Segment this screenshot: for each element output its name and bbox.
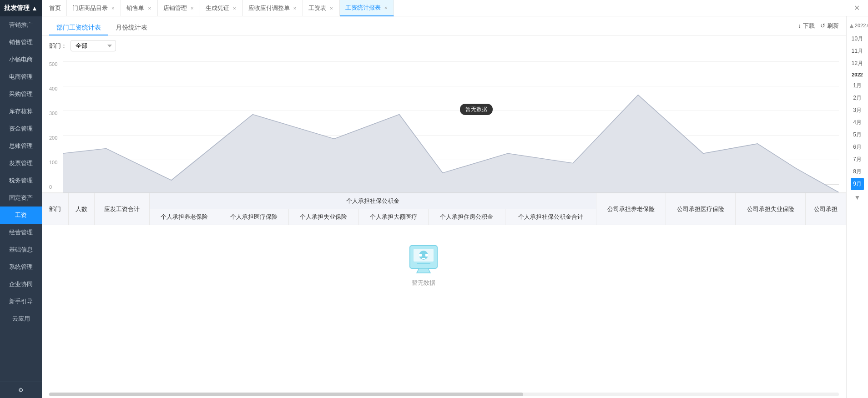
chart-svg bbox=[63, 56, 839, 192]
timeline-panel: ▲ 2022.09 10月11月12月20221月2月3月4月5月6月7月8月9… bbox=[846, 16, 868, 398]
col-personal-unemployment: 个人承担失业保险 bbox=[289, 209, 358, 225]
chart-area: 500 400 300 200 100 0 bbox=[42, 56, 846, 192]
timeline-item-9月[interactable]: 9月 bbox=[851, 178, 864, 190]
empty-icon bbox=[405, 239, 442, 275]
sidebar-item-系统管理[interactable]: 系统管理 bbox=[0, 258, 42, 276]
table-empty-row: 暂无数据 bbox=[42, 225, 846, 301]
col-company-other: 公司承担 bbox=[805, 193, 846, 225]
sidebar-item-总账管理[interactable]: 总账管理 bbox=[0, 137, 42, 155]
tab-工资统计报表[interactable]: 工资统计报表× bbox=[340, 0, 394, 16]
sidebar-item-销售管理[interactable]: 销售管理 bbox=[0, 34, 42, 51]
toolbar-right: ↓ 下载 ↺ 刷新 bbox=[791, 22, 847, 30]
timeline-nav-up[interactable]: ▲ bbox=[848, 20, 855, 31]
y-label-300: 300 bbox=[49, 111, 57, 116]
close-window-icon[interactable]: ✕ bbox=[851, 4, 863, 12]
col-dept: 部门 bbox=[42, 193, 69, 225]
tab-close-icon[interactable]: × bbox=[293, 5, 297, 11]
col-company-unemployment: 公司承担失业保险 bbox=[736, 193, 805, 225]
sidebar-item-新手引导[interactable]: 新手引导 bbox=[0, 293, 42, 310]
svg-marker-8 bbox=[417, 268, 430, 273]
tab-close-icon[interactable]: × bbox=[329, 5, 333, 11]
table-wrapper[interactable]: 部门 人数 应发工资合计 个人承担社保公积金 公司承担养老保险 公司承担医疗保险… bbox=[42, 193, 846, 391]
timeline-item-12月[interactable]: 12月 bbox=[851, 57, 864, 70]
col-personal-major-medical: 个人承担大额医疗 bbox=[358, 209, 428, 225]
tabbar: 首页门店商品目录×销售单×店铺管理×生成凭证×应收应付调整单×工资表×工资统计报… bbox=[42, 0, 868, 16]
sidebar-item-库存核算[interactable]: 库存核算 bbox=[0, 103, 42, 120]
timeline-item-11月[interactable]: 11月 bbox=[851, 45, 864, 57]
sidebar: 批发管理 ▲ 营销推广销售管理小畅电商电商管理采购管理库存核算资金管理总账管理发… bbox=[0, 0, 42, 398]
sidebar-item-云应用[interactable]: 云应用 bbox=[0, 310, 42, 327]
filter-toolbar: 部门： 全部 bbox=[42, 35, 846, 56]
timeline-item-1月[interactable]: 1月 bbox=[851, 80, 864, 92]
tab-close-icon[interactable]: × bbox=[111, 5, 115, 11]
sub-tab-部门工资统计表[interactable]: 部门工资统计表 bbox=[49, 21, 108, 35]
col-personal-medical: 个人承担医疗保险 bbox=[219, 209, 289, 225]
sidebar-item-税务管理[interactable]: 税务管理 bbox=[0, 172, 42, 189]
sidebar-item-企业协同[interactable]: 企业协同 bbox=[0, 276, 42, 293]
table-area: 部门 人数 应发工资合计 个人承担社保公积金 公司承担养老保险 公司承担医疗保险… bbox=[42, 192, 846, 398]
col-personal-pension: 个人承担养老保险 bbox=[150, 209, 219, 225]
tab-close-icon[interactable]: × bbox=[384, 5, 388, 10]
timeline-item-8月[interactable]: 8月 bbox=[851, 166, 864, 178]
horizontal-scrollbar[interactable] bbox=[49, 393, 839, 396]
timeline-header: ▲ 2022.09 bbox=[847, 18, 868, 33]
tab-工资表[interactable]: 工资表× bbox=[303, 0, 339, 16]
tab-label: 门店商品目录 bbox=[72, 4, 108, 12]
download-button[interactable]: ↓ 下载 bbox=[798, 22, 815, 30]
timeline-item-7月[interactable]: 7月 bbox=[851, 153, 864, 166]
sidebar-item-经营管理[interactable]: 经营管理 bbox=[0, 224, 42, 241]
empty-state: 暂无数据 bbox=[42, 225, 806, 301]
timeline-item-10月[interactable]: 10月 bbox=[851, 33, 864, 45]
sidebar-title-icon: ▲ bbox=[31, 5, 38, 12]
sidebar-item-发票管理[interactable]: 发票管理 bbox=[0, 155, 42, 172]
sidebar-item-固定资产[interactable]: 固定资产 bbox=[0, 189, 42, 207]
timeline-item-2月[interactable]: 2月 bbox=[851, 92, 864, 104]
refresh-button[interactable]: ↺ 刷新 bbox=[820, 22, 839, 30]
timeline-nav-down[interactable]: ▼ bbox=[852, 192, 863, 203]
tab-label: 店铺管理 bbox=[163, 4, 187, 12]
tab-门店商品目录[interactable]: 门店商品目录× bbox=[67, 0, 121, 16]
timeline-items: 10月11月12月20221月2月3月4月5月6月7月8月9月 bbox=[851, 33, 864, 190]
tab-label: 生成凭证 bbox=[206, 4, 229, 12]
tab-close-icon[interactable]: × bbox=[147, 5, 151, 11]
timeline-item-6月[interactable]: 6月 bbox=[851, 141, 864, 153]
y-label-500: 500 bbox=[49, 61, 57, 67]
sidebar-item-采购管理[interactable]: 采购管理 bbox=[0, 86, 42, 103]
timeline-item-5月[interactable]: 5月 bbox=[851, 129, 864, 141]
tab-label: 工资统计报表 bbox=[345, 4, 381, 12]
data-table: 部门 人数 应发工资合计 个人承担社保公积金 公司承担养老保险 公司承担医疗保险… bbox=[42, 193, 846, 301]
tab-close-icon[interactable]: × bbox=[190, 5, 194, 11]
svg-rect-5 bbox=[425, 254, 428, 257]
timeline-item-3月[interactable]: 3月 bbox=[851, 104, 864, 116]
page-content: 部门工资统计表月份统计表 ↓ 下载 ↺ 刷新 部门： 全部 bbox=[42, 16, 846, 398]
tab-应收应付调整单[interactable]: 应收应付调整单× bbox=[243, 0, 303, 16]
timeline-item-4月[interactable]: 4月 bbox=[851, 116, 864, 129]
col-total-salary: 应发工资合计 bbox=[95, 193, 150, 225]
timeline-item-2022[interactable]: 2022 bbox=[851, 70, 864, 80]
svg-marker-0 bbox=[63, 95, 839, 192]
sidebar-title-text: 批发管理 bbox=[4, 4, 30, 12]
tab-店铺管理[interactable]: 店铺管理× bbox=[158, 0, 200, 16]
sub-tab-月份统计表[interactable]: 月份统计表 bbox=[108, 21, 155, 35]
svg-rect-6 bbox=[422, 258, 425, 259]
tab-label: 工资表 bbox=[308, 4, 326, 12]
refresh-label: 刷新 bbox=[827, 22, 839, 30]
sidebar-item-资金管理[interactable]: 资金管理 bbox=[0, 120, 42, 137]
tab-生成凭证[interactable]: 生成凭证× bbox=[200, 0, 242, 16]
tab-label: 首页 bbox=[49, 4, 61, 12]
download-icon: ↓ bbox=[798, 22, 802, 29]
scrollbar-thumb bbox=[49, 393, 523, 396]
sidebar-item-工资[interactable]: 工资 bbox=[0, 207, 42, 224]
sidebar-item-小畅电商[interactable]: 小畅电商 bbox=[0, 51, 42, 68]
sidebar-item-营销推广[interactable]: 营销推广 bbox=[0, 16, 42, 34]
tab-销售单[interactable]: 销售单× bbox=[121, 0, 157, 16]
tab-首页[interactable]: 首页 bbox=[44, 0, 67, 16]
sidebar-settings[interactable]: ⚙ bbox=[0, 382, 42, 398]
dept-filter-select[interactable]: 全部 bbox=[71, 40, 116, 51]
sidebar-item-基础信息[interactable]: 基础信息 bbox=[0, 241, 42, 258]
dept-filter-label: 部门： bbox=[49, 42, 67, 50]
refresh-icon: ↺ bbox=[820, 22, 825, 29]
sidebar-item-电商管理[interactable]: 电商管理 bbox=[0, 68, 42, 86]
timeline-period: 2022.09 bbox=[855, 23, 868, 28]
tab-close-icon[interactable]: × bbox=[232, 5, 237, 11]
